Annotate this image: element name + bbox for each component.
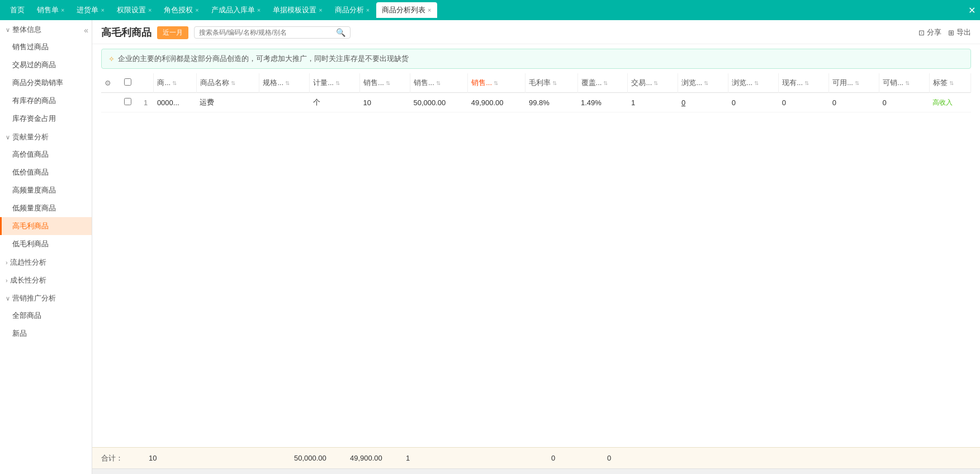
row-margin-rate: 99.8% xyxy=(525,93,577,112)
nav-tab-permission[interactable]: 权限设置 × xyxy=(111,2,157,18)
sidebar-item-goods-stock[interactable]: 有库存的商品 xyxy=(0,92,92,110)
row-select-checkbox[interactable] xyxy=(124,98,131,105)
sidebar-item-high-margin[interactable]: 高毛利商品 xyxy=(0,217,92,235)
footer-trade: 1 xyxy=(403,454,548,462)
sidebar-item-sales-goods[interactable]: 销售过商品 xyxy=(0,38,92,56)
share-button[interactable]: ⊡ 分享 xyxy=(919,27,941,37)
th-coverage[interactable]: 覆盖... ⇅ xyxy=(577,73,628,93)
sidebar-item-low-margin[interactable]: 低毛利商品 xyxy=(0,235,92,253)
footer-bar: 合计： 10 50,000.00 49,900.00 1 0 0 xyxy=(92,447,980,468)
footer-values: 10 50,000.00 49,900.00 1 0 0 xyxy=(145,454,660,462)
row-browse1[interactable]: 0 xyxy=(678,93,728,112)
table-header-row: ⚙ 商... ⇅ xyxy=(101,73,971,93)
sidebar-item-high-freq[interactable]: 高频量度商品 xyxy=(0,181,92,199)
row-name: 运费 xyxy=(196,93,259,112)
nav-tab-template[interactable]: 单据模板设置 × xyxy=(267,2,328,18)
sort-current-icon: ⇅ xyxy=(804,80,809,86)
th-current[interactable]: 现有... ⇅ xyxy=(779,73,829,93)
sidebar-item-stock-occupy[interactable]: 库存资金占用 xyxy=(0,110,92,128)
footer-current: 0 xyxy=(548,454,604,462)
close-app-button[interactable]: ✕ xyxy=(968,5,976,16)
footer-sales-cost: 49,900.00 xyxy=(347,454,403,462)
select-all-checkbox[interactable] xyxy=(124,78,131,86)
sidebar-collapse-button[interactable]: « xyxy=(84,26,88,35)
sidebar: « ∨ 整体信息 销售过商品 交易过的商品 商品分类助销率 有库存的商品 库存资… xyxy=(0,20,92,474)
nav-tab-role[interactable]: 角色授权 × xyxy=(158,2,204,18)
horizontal-scroll[interactable] xyxy=(92,468,980,474)
sidebar-group-overall[interactable]: ∨ 整体信息 xyxy=(0,20,92,38)
sort-coverage-icon: ⇅ xyxy=(603,80,608,86)
footer-sales-amount: 50,000.00 xyxy=(291,454,347,462)
close-sales-tab[interactable]: × xyxy=(61,7,64,13)
row-browse2: 0 xyxy=(728,93,779,112)
export-icon: ⊞ xyxy=(948,29,954,37)
footer-sales-qty: 10 xyxy=(145,454,291,462)
th-spec[interactable]: 规格... ⇅ xyxy=(259,73,310,93)
nav-home[interactable]: 首页 xyxy=(4,5,30,15)
sidebar-item-low-freq[interactable]: 低频量度商品 xyxy=(0,199,92,217)
th-saleable[interactable]: 可销... ⇅ xyxy=(879,73,930,93)
sidebar-group-treasure[interactable]: ∨ 贡献量分析 xyxy=(0,128,92,146)
search-input[interactable] xyxy=(199,29,333,36)
tag-badge: 高收入 xyxy=(932,98,953,106)
nav-tab-analysis-list[interactable]: 商品分析列表 × xyxy=(376,2,437,18)
sort-available-icon: ⇅ xyxy=(855,80,859,86)
sort-sales-cost-icon: ⇅ xyxy=(494,80,498,86)
th-code[interactable]: 商... ⇅ xyxy=(154,73,197,93)
sidebar-group-marketing[interactable]: ∨ 营销推广分析 xyxy=(0,289,92,307)
nav-tab-sales[interactable]: 销售单 × xyxy=(31,2,70,18)
row-spec xyxy=(259,93,310,112)
sort-trade-icon: ⇅ xyxy=(654,80,658,86)
settings-icon[interactable]: ⚙ xyxy=(105,79,111,87)
sidebar-group-trend-label: 流趋性分析 xyxy=(10,257,46,267)
th-sales-amount[interactable]: 销售... ⇅ xyxy=(410,73,467,93)
main-layout: « ∨ 整体信息 销售过商品 交易过的商品 商品分类助销率 有库存的商品 库存资… xyxy=(0,20,980,474)
row-sales-qty: 10 xyxy=(360,93,410,112)
sidebar-item-traded-goods[interactable]: 交易过的商品 xyxy=(0,56,92,74)
sort-saleable-icon: ⇅ xyxy=(905,80,910,86)
row-settings xyxy=(101,93,121,112)
close-analysis-tab[interactable]: × xyxy=(366,7,370,13)
close-role-tab[interactable]: × xyxy=(195,7,198,13)
export-button[interactable]: ⊞ 导出 xyxy=(948,27,971,37)
table-wrapper[interactable]: ⚙ 商... ⇅ xyxy=(92,73,980,447)
page-title: 高毛利商品 xyxy=(101,26,152,39)
sidebar-group-trend[interactable]: › 流趋性分析 xyxy=(0,253,92,271)
close-permission-tab[interactable]: × xyxy=(148,7,152,13)
th-settings[interactable]: ⚙ xyxy=(101,73,121,93)
nav-tab-purchase[interactable]: 进货单 × xyxy=(71,2,110,18)
th-available[interactable]: 可用... ⇅ xyxy=(829,73,879,93)
th-trade[interactable]: 交易... ⇅ xyxy=(628,73,678,93)
sidebar-group-growth[interactable]: › 成长性分析 xyxy=(0,271,92,289)
filter-recent-month-button[interactable]: 近一月 xyxy=(157,26,188,39)
th-browse2[interactable]: 浏览... ⇅ xyxy=(728,73,779,93)
sidebar-item-low-value[interactable]: 低价值商品 xyxy=(0,163,92,181)
row-checkbox[interactable] xyxy=(121,93,138,112)
footer-label: 合计： xyxy=(101,453,123,463)
th-browse1[interactable]: 浏览... ⇅ xyxy=(678,73,728,93)
close-purchase-tab[interactable]: × xyxy=(101,7,104,13)
browse1-link[interactable]: 0 xyxy=(681,98,685,107)
sort-sales-qty-icon: ⇅ xyxy=(386,80,390,86)
sidebar-item-goods-assist[interactable]: 商品分类助销率 xyxy=(0,74,92,92)
sidebar-item-high-value[interactable]: 高价值商品 xyxy=(0,146,92,163)
sort-tag-icon: ⇅ xyxy=(949,80,954,86)
row-trade: 1 xyxy=(628,93,678,112)
sidebar-group-treasure-arrow: ∨ xyxy=(6,134,10,141)
nav-tab-product-in[interactable]: 产成品入库单 × xyxy=(206,2,266,18)
th-name[interactable]: 商品名称 ⇅ xyxy=(196,73,259,93)
th-unit[interactable]: 计量... ⇅ xyxy=(310,73,360,93)
sidebar-group-growth-arrow: › xyxy=(6,277,8,284)
sidebar-item-all-goods[interactable]: 全部商品 xyxy=(0,307,92,325)
th-tag[interactable]: 标签 ⇅ xyxy=(929,73,970,93)
sort-margin-rate-icon: ⇅ xyxy=(552,80,557,86)
nav-tab-analysis[interactable]: 商品分析 × xyxy=(329,2,375,18)
th-sales-qty[interactable]: 销售... ⇅ xyxy=(360,73,410,93)
close-template-tab[interactable]: × xyxy=(319,7,322,13)
th-sales-cost[interactable]: 销售... ⇅ xyxy=(468,73,525,93)
close-analysis-list-tab[interactable]: × xyxy=(428,7,431,13)
th-margin-rate[interactable]: 毛利率 ⇅ xyxy=(525,73,577,93)
close-product-in-tab[interactable]: × xyxy=(257,7,261,13)
search-icon[interactable]: 🔍 xyxy=(336,28,345,37)
sidebar-item-new-goods[interactable]: 新品 xyxy=(0,325,92,342)
